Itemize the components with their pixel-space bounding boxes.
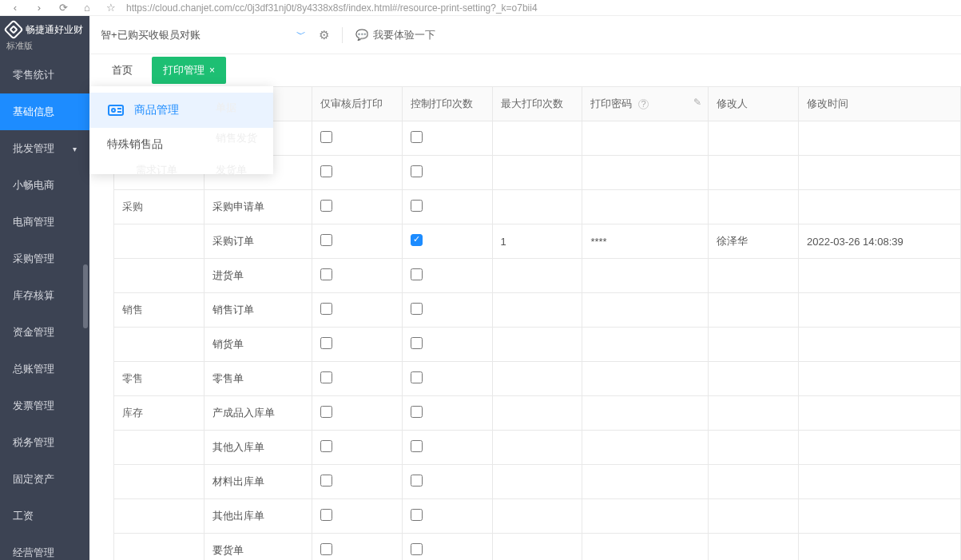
checkbox-control[interactable]	[411, 131, 423, 143]
cell-password[interactable]	[582, 190, 709, 224]
cell-password[interactable]	[582, 465, 709, 499]
cell-max[interactable]	[492, 190, 582, 224]
close-icon[interactable]: ×	[209, 65, 215, 76]
checkbox-after-audit[interactable]	[320, 337, 332, 349]
checkbox-control[interactable]	[411, 234, 423, 246]
help-icon[interactable]: ?	[638, 99, 649, 109]
checkbox-after-audit[interactable]	[320, 131, 332, 143]
cell-group: 库存	[114, 396, 205, 431]
sidebar-item[interactable]: 基础信息	[0, 93, 89, 130]
cell-max[interactable]	[492, 396, 582, 431]
cell-control	[402, 259, 492, 293]
back-icon[interactable]: ‹	[6, 0, 24, 17]
cell-doc: 产成品入库单	[204, 396, 312, 431]
cell-modtime	[799, 156, 961, 190]
cell-max[interactable]	[492, 534, 582, 561]
cell-max[interactable]: 1	[492, 224, 582, 259]
flyout-item[interactable]: 特殊销售品	[89, 128, 273, 161]
sidebar-item[interactable]: 小畅电商	[0, 167, 89, 204]
checkbox-after-audit[interactable]	[320, 268, 332, 280]
checkbox-after-audit[interactable]	[320, 371, 332, 383]
cell-password[interactable]	[582, 396, 709, 431]
star-icon[interactable]: ☆	[102, 0, 120, 17]
forward-icon[interactable]: ›	[30, 0, 48, 17]
cell-modifier	[709, 259, 799, 293]
cell-doc: 其他入库单	[204, 431, 312, 465]
cell-modifier	[709, 121, 799, 156]
cell-after-audit	[312, 431, 403, 465]
checkbox-after-audit[interactable]	[320, 165, 332, 177]
account-selector[interactable]: 智+已购买收银员对账 ﹀	[101, 28, 306, 42]
experience-link[interactable]: 💬 我要体验一下	[355, 28, 435, 42]
checkbox-after-audit[interactable]	[320, 234, 332, 246]
checkbox-control[interactable]	[411, 268, 423, 280]
tab[interactable]: 打印管理×	[152, 57, 226, 84]
checkbox-control[interactable]	[411, 543, 423, 555]
sidebar-item[interactable]: 税务管理	[0, 424, 89, 461]
checkbox-after-audit[interactable]	[320, 475, 332, 487]
cell-max[interactable]	[492, 293, 582, 328]
cell-max[interactable]	[492, 121, 582, 156]
cell-modtime	[799, 190, 961, 224]
cell-max[interactable]	[492, 328, 582, 362]
checkbox-control[interactable]	[411, 165, 423, 177]
tab[interactable]: 首页	[101, 57, 144, 84]
sidebar-item[interactable]: 采购管理	[0, 240, 89, 277]
gear-icon[interactable]: ⚙	[319, 28, 329, 42]
product-icon	[107, 102, 126, 118]
cell-password[interactable]	[582, 121, 709, 156]
cell-max[interactable]	[492, 431, 582, 465]
sidebar-scrollbar[interactable]	[83, 264, 88, 328]
cell-control	[402, 328, 492, 362]
cell-password[interactable]: ****	[582, 224, 709, 259]
edit-icon[interactable]: ✎	[693, 97, 701, 108]
cell-max[interactable]	[492, 362, 582, 396]
cell-password[interactable]	[582, 534, 709, 561]
cell-max[interactable]	[492, 499, 582, 534]
checkbox-control[interactable]	[411, 200, 423, 212]
sidebar-item[interactable]: 发票管理	[0, 387, 89, 424]
sidebar-item[interactable]: 固定资产	[0, 461, 89, 498]
checkbox-control[interactable]	[411, 406, 423, 418]
cell-password[interactable]	[582, 259, 709, 293]
checkbox-control[interactable]	[411, 509, 423, 521]
checkbox-after-audit[interactable]	[320, 406, 332, 418]
cell-password[interactable]	[582, 431, 709, 465]
cell-password[interactable]	[582, 293, 709, 328]
sidebar-item[interactable]: 库存核算	[0, 277, 89, 314]
cell-max[interactable]	[492, 259, 582, 293]
checkbox-after-audit[interactable]	[320, 200, 332, 212]
sidebar-item[interactable]: 电商管理	[0, 204, 89, 240]
th-password: 打印密码 ? ✎	[582, 87, 709, 121]
checkbox-control[interactable]	[411, 337, 423, 349]
checkbox-after-audit[interactable]	[320, 543, 332, 555]
cell-password[interactable]	[582, 328, 709, 362]
checkbox-control[interactable]	[411, 371, 423, 383]
url-bar[interactable]: https://cloud.chanjet.com/cc/0j3df31nj0t…	[126, 2, 955, 14]
flyout-item[interactable]: 商品管理	[89, 93, 273, 128]
sidebar-item[interactable]: 资金管理	[0, 314, 89, 351]
checkbox-control[interactable]	[411, 440, 423, 452]
cell-control	[402, 190, 492, 224]
cell-password[interactable]	[582, 156, 709, 190]
checkbox-after-audit[interactable]	[320, 303, 332, 315]
sidebar-item[interactable]: 零售统计	[0, 57, 89, 93]
cell-max[interactable]	[492, 156, 582, 190]
checkbox-after-audit[interactable]	[320, 509, 332, 521]
sidebar-item[interactable]: 总账管理	[0, 351, 89, 387]
cell-password[interactable]	[582, 499, 709, 534]
home-icon[interactable]: ⌂	[78, 0, 96, 17]
checkbox-control[interactable]	[411, 303, 423, 315]
cell-modifier	[709, 534, 799, 561]
checkbox-control[interactable]	[411, 475, 423, 487]
sidebar-item[interactable]: 批发管理▾	[0, 130, 89, 167]
cell-group	[114, 259, 205, 293]
cell-after-audit	[312, 465, 403, 499]
checkbox-after-audit[interactable]	[320, 440, 332, 452]
sidebar-item[interactable]: 工资	[0, 498, 89, 534]
refresh-icon[interactable]: ⟳	[54, 0, 72, 17]
sidebar-item[interactable]: 经营管理	[0, 534, 89, 560]
cell-password[interactable]	[582, 362, 709, 396]
cell-max[interactable]	[492, 465, 582, 499]
cell-doc: 销售订单	[204, 293, 312, 328]
